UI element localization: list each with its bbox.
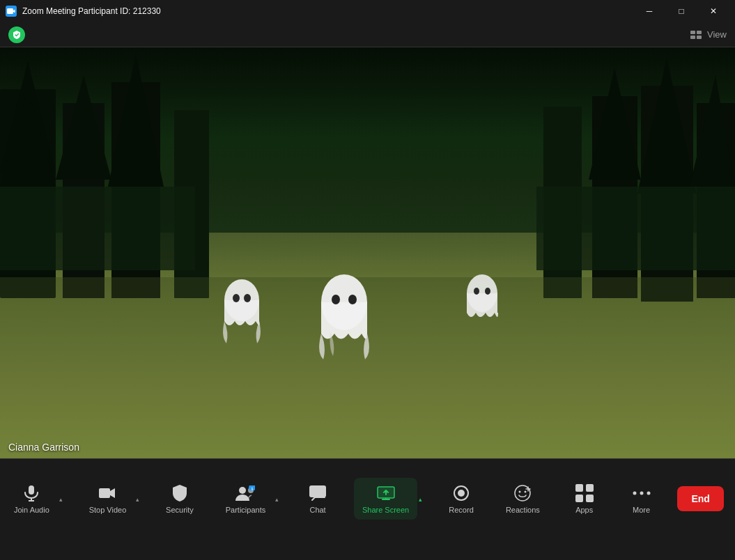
svg-rect-2	[697, 31, 702, 34]
toolbar: Join Audio ▴ Stop Video ▴ Security	[0, 458, 735, 538]
video-area: Cianna Garrison	[0, 47, 735, 458]
svg-point-26	[244, 294, 251, 302]
record-button[interactable]: Record	[440, 478, 482, 520]
join-audio-group: Join Audio ▴	[6, 478, 65, 520]
title-text: Zoom Meeting Participant ID: 212330	[22, 6, 161, 16]
svg-rect-55	[586, 484, 594, 492]
join-audio-arrow[interactable]: ▴	[58, 489, 65, 508]
maximize-button[interactable]: □	[665, 0, 697, 22]
svg-point-25	[233, 294, 240, 302]
join-audio-label: Join Audio	[14, 506, 49, 514]
svg-rect-43	[309, 485, 326, 497]
ghost-left	[221, 274, 263, 343]
participants-icon: 1	[235, 483, 255, 503]
svg-rect-4	[697, 36, 702, 39]
security-label: Security	[166, 506, 194, 514]
shield-icon	[12, 30, 22, 40]
trees-svg	[0, 47, 735, 458]
chat-icon	[308, 483, 327, 503]
ghost-center	[316, 269, 372, 359]
stop-video-button[interactable]: Stop Video	[81, 478, 135, 520]
chat-button[interactable]: Chat	[297, 478, 339, 520]
svg-point-50	[519, 490, 521, 492]
more-button[interactable]: More	[621, 478, 663, 520]
participant-name: Cianna Garrison	[8, 442, 79, 453]
svg-point-51	[525, 490, 527, 492]
view-label: View	[707, 29, 727, 40]
security-shield-badge	[8, 26, 25, 43]
view-button[interactable]: View	[690, 29, 727, 40]
more-label: More	[633, 506, 650, 514]
share-screen-group: Share Screen ▴	[354, 478, 425, 520]
security-button[interactable]: Security	[157, 478, 202, 520]
record-icon	[451, 483, 471, 503]
participants-label: Participants	[226, 506, 265, 514]
svg-point-58	[633, 491, 636, 495]
svg-rect-38	[99, 488, 110, 498]
svg-rect-3	[690, 36, 695, 39]
more-icon	[632, 483, 651, 503]
svg-rect-24	[224, 300, 259, 321]
ghost-right	[463, 269, 502, 335]
svg-rect-21	[536, 187, 735, 270]
share-screen-label: Share Screen	[362, 506, 409, 514]
title-bar: Zoom Meeting Participant ID: 212330 ─ □ …	[0, 0, 735, 22]
svg-point-34	[485, 288, 490, 295]
participants-button[interactable]: 1 Participants	[217, 478, 274, 520]
camera-icon	[98, 483, 117, 503]
meeting-bar: View	[0, 22, 735, 47]
view-icon	[690, 31, 702, 39]
svg-rect-35	[29, 485, 34, 495]
end-button[interactable]: End	[677, 486, 723, 511]
svg-point-48	[458, 490, 465, 497]
svg-point-39	[239, 487, 246, 494]
share-screen-icon	[376, 483, 396, 503]
svg-rect-1	[690, 31, 695, 34]
title-left: Zoom Meeting Participant ID: 212330	[6, 6, 161, 17]
reactions-icon	[513, 483, 532, 503]
apps-icon	[575, 483, 594, 503]
zoom-logo-icon	[6, 6, 17, 17]
participants-group: 1 Participants ▴	[217, 478, 281, 520]
stop-video-label: Stop Video	[89, 506, 127, 514]
svg-point-30	[348, 295, 357, 304]
window-controls: ─ □ ✕	[633, 0, 729, 22]
chat-label: Chat	[309, 506, 325, 514]
share-screen-button[interactable]: Share Screen	[354, 478, 417, 520]
svg-rect-54	[575, 484, 583, 492]
svg-rect-20	[0, 187, 195, 270]
apps-button[interactable]: Apps	[564, 478, 605, 520]
svg-rect-57	[586, 495, 594, 502]
share-screen-arrow[interactable]: ▴	[417, 489, 425, 508]
record-label: Record	[449, 506, 473, 514]
ghost-scene: Cianna Garrison	[0, 47, 735, 458]
minimize-button[interactable]: ─	[633, 0, 665, 22]
svg-point-29	[332, 295, 340, 304]
participants-arrow[interactable]: ▴	[274, 489, 281, 508]
security-icon	[170, 483, 189, 503]
svg-point-59	[640, 491, 643, 495]
svg-rect-56	[575, 495, 583, 502]
svg-point-60	[647, 491, 650, 495]
join-audio-button[interactable]: Join Audio	[6, 478, 58, 520]
stop-video-group: Stop Video ▴	[81, 478, 143, 520]
svg-rect-32	[467, 293, 497, 313]
stop-video-arrow[interactable]: ▴	[134, 489, 142, 508]
svg-rect-28	[321, 302, 367, 334]
svg-point-33	[474, 288, 479, 295]
apps-label: Apps	[575, 506, 593, 514]
reactions-button[interactable]: Reactions	[497, 478, 548, 520]
reactions-label: Reactions	[506, 506, 540, 514]
microphone-icon	[22, 483, 41, 503]
close-button[interactable]: ✕	[697, 0, 729, 22]
